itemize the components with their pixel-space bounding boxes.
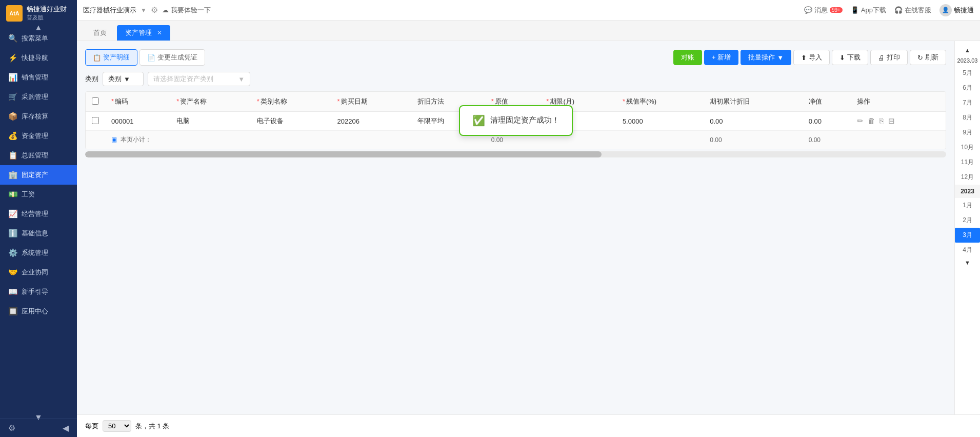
sidebar-item-fixed-assets[interactable]: 🏢 固定资产 bbox=[0, 165, 77, 185]
print-button[interactable]: 🖨 打印 bbox=[870, 50, 908, 65]
download-button[interactable]: ⬇ 下载 bbox=[832, 50, 868, 65]
h-scrollbar[interactable] bbox=[85, 151, 946, 157]
change-voucher-icon: 📄 bbox=[147, 54, 155, 62]
sidebar-item-sales[interactable]: 📊 销售管理 bbox=[0, 68, 77, 87]
sidebar-item-label: 库存核算 bbox=[22, 112, 48, 121]
asset-category-input[interactable]: 请选择固定资产类别 ▼ bbox=[148, 72, 250, 86]
sidebar-item-label: 工资 bbox=[22, 190, 35, 199]
batch-ops-button[interactable]: 批量操作 ▼ bbox=[741, 50, 791, 65]
tab-home[interactable]: 首页 bbox=[85, 25, 115, 41]
month-1[interactable]: 1月 bbox=[955, 198, 980, 213]
year-display[interactable]: 2023.03 bbox=[957, 55, 978, 66]
sidebar-item-fund[interactable]: 💰 资金管理 bbox=[0, 126, 77, 146]
row-actions-cell: ✏ 🗑 ⎘ ⊟ bbox=[851, 112, 946, 131]
sidebar-item-label: 采购管理 bbox=[22, 92, 48, 102]
more-icon[interactable]: ⊟ bbox=[888, 116, 895, 126]
sidebar-item-quick-nav[interactable]: ⚡ 快捷导航 bbox=[0, 48, 77, 68]
tab-asset-management[interactable]: 资产管理 ✕ bbox=[117, 25, 170, 41]
sub-tab-label: 资产明细 bbox=[103, 53, 130, 62]
sidebar-item-purchase[interactable]: 🛒 采购管理 bbox=[0, 87, 77, 107]
tab-label: 资产管理 bbox=[125, 29, 152, 36]
sidebar-item-operations[interactable]: 📈 经营管理 bbox=[0, 204, 77, 224]
filter-bar: 类别 类别 ▼ 请选择固定资产类别 ▼ bbox=[85, 72, 946, 86]
year-header[interactable]: ▲ bbox=[965, 45, 970, 55]
app-download-button[interactable]: 📱 App下载 bbox=[851, 6, 886, 15]
content-area: 📋 资产明细 📄 变更生成凭证 对账 + 新增 批量操作 ▼ ⬆ 导入 bbox=[77, 41, 980, 414]
row-initial-accumulated: 0.00 bbox=[704, 112, 802, 131]
online-service-button[interactable]: 🎧 在线客服 bbox=[894, 6, 931, 15]
month-8[interactable]: 8月 bbox=[955, 110, 980, 125]
copy-icon[interactable]: ⎘ bbox=[879, 116, 884, 126]
basic-info-icon: ℹ️ bbox=[8, 229, 17, 238]
month-12[interactable]: 12月 bbox=[955, 170, 980, 185]
success-icon: ✅ bbox=[472, 114, 485, 127]
import-label: 导入 bbox=[809, 53, 822, 62]
per-page-select[interactable]: 50 100 200 bbox=[103, 420, 131, 432]
subtotal-icon: ▣ bbox=[111, 136, 117, 143]
row-code: 000001 bbox=[105, 112, 170, 131]
select-all-checkbox[interactable] bbox=[92, 97, 99, 105]
delete-icon[interactable]: 🗑 bbox=[868, 116, 875, 126]
col-code: *编码 bbox=[105, 92, 170, 112]
sidebar-item-salary[interactable]: 💵 工资 bbox=[0, 185, 77, 204]
month-3-active[interactable]: 3月 bbox=[955, 228, 980, 243]
year-footer[interactable]: ▼ bbox=[965, 257, 970, 268]
import-button[interactable]: ⬆ 导入 bbox=[793, 50, 830, 65]
feedback-button[interactable]: ☁ 我要体验一下 bbox=[162, 6, 211, 15]
toast-message: 清理固定资产成功！ bbox=[490, 115, 559, 125]
sidebar-item-label: 销售管理 bbox=[22, 73, 48, 82]
row-select-checkbox[interactable] bbox=[92, 117, 99, 124]
content-main: 📋 资产明细 📄 变更生成凭证 对账 + 新增 批量操作 ▼ ⬆ 导入 bbox=[77, 41, 954, 414]
row-checkbox[interactable] bbox=[86, 112, 105, 131]
col-residual-rate: *残值率(%) bbox=[616, 92, 704, 112]
inventory-icon: 📦 bbox=[8, 112, 17, 121]
month-5[interactable]: 5月 bbox=[955, 66, 980, 81]
collapse-icon[interactable]: ◀ bbox=[63, 423, 69, 433]
refresh-button[interactable]: ↻ 刷新 bbox=[910, 50, 946, 65]
sidebar-item-ledger[interactable]: 📋 总账管理 bbox=[0, 146, 77, 165]
sidebar-item-enterprise[interactable]: 🤝 企业协同 bbox=[0, 263, 77, 282]
col-category: *类别名称 bbox=[251, 92, 331, 112]
import-icon: ⬆ bbox=[801, 54, 807, 62]
month-6[interactable]: 6月 bbox=[955, 81, 980, 95]
sidebar-item-app-center[interactable]: 🔲 应用中心 bbox=[0, 302, 77, 321]
company-chevron-icon: ▼ bbox=[141, 7, 147, 14]
new-button[interactable]: + 新增 bbox=[704, 50, 738, 65]
settings-icon[interactable]: ⚙ bbox=[8, 423, 15, 433]
reconcile-button[interactable]: 对账 bbox=[673, 50, 702, 65]
subtotal-initial: 0.00 bbox=[704, 131, 802, 149]
month-9[interactable]: 9月 bbox=[955, 125, 980, 140]
sidebar-item-system[interactable]: ⚙️ 系统管理 bbox=[0, 243, 77, 263]
month-2[interactable]: 2月 bbox=[955, 213, 980, 228]
month-4[interactable]: 4月 bbox=[955, 243, 980, 257]
message-button[interactable]: 💬 消息 99+ bbox=[804, 6, 843, 15]
checkbox-header bbox=[86, 92, 105, 112]
subtotal-label: 本页小计： bbox=[121, 136, 151, 143]
category-select[interactable]: 类别 ▼ bbox=[103, 72, 144, 86]
month-10[interactable]: 10月 bbox=[955, 140, 980, 155]
fund-icon: 💰 bbox=[8, 131, 17, 141]
row-residual-rate: 5.0000 bbox=[616, 112, 704, 131]
edit-icon[interactable]: ✏ bbox=[857, 116, 864, 126]
refresh-icon: ↻ bbox=[917, 54, 923, 62]
user-menu[interactable]: 👤 畅捷通 bbox=[939, 4, 974, 16]
pagination: 每页 50 100 200 条，共 1 条 bbox=[77, 414, 980, 437]
row-name: 电脑 bbox=[170, 112, 251, 131]
username-label: 畅捷通 bbox=[954, 6, 974, 15]
company-settings-icon[interactable]: ⚙ bbox=[151, 5, 158, 15]
sidebar-item-basic-info[interactable]: ℹ️ 基础信息 bbox=[0, 224, 77, 243]
sidebar-item-guide[interactable]: 📖 新手引导 bbox=[0, 282, 77, 302]
year-2023-label: 2023 bbox=[955, 185, 980, 198]
sub-tab-asset-detail[interactable]: 📋 资产明细 bbox=[85, 49, 137, 66]
company-name[interactable]: 医疗器械行业演示 bbox=[83, 6, 136, 15]
month-7[interactable]: 7月 bbox=[955, 95, 980, 110]
month-11[interactable]: 11月 bbox=[955, 155, 980, 170]
col-initial-accumulated: 期初累计折旧 bbox=[704, 92, 802, 112]
row-category: 电子设备 bbox=[251, 112, 331, 131]
sidebar-item-label: 总账管理 bbox=[22, 151, 48, 160]
sidebar-item-inventory[interactable]: 📦 库存核算 bbox=[0, 107, 77, 126]
sidebar-item-search[interactable]: 🔍 搜索菜单 bbox=[0, 29, 77, 48]
tab-close-icon[interactable]: ✕ bbox=[157, 29, 162, 36]
sidebar-item-label: 经营管理 bbox=[22, 209, 48, 218]
sub-tab-change-voucher[interactable]: 📄 变更生成凭证 bbox=[139, 49, 205, 66]
